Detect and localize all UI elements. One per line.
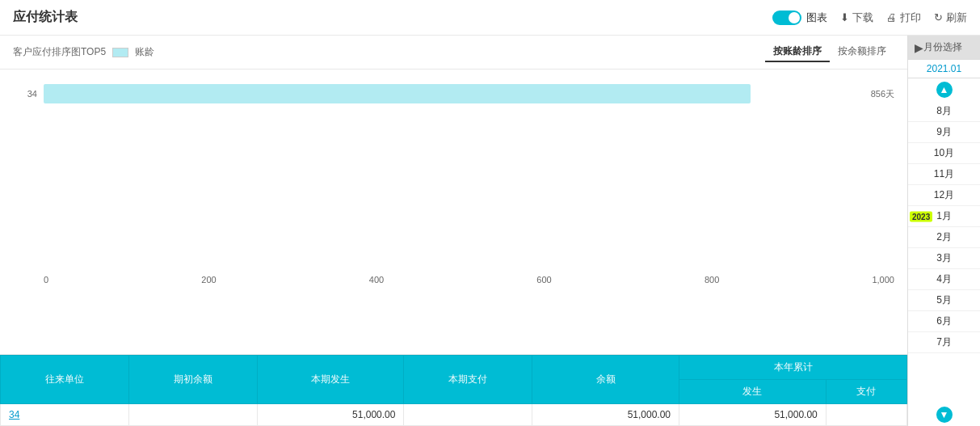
col-unit-header: 往来单位 [1, 356, 129, 404]
sidebar-month-item[interactable]: 7月 [908, 332, 980, 353]
col-current-pay-header: 本期支付 [404, 356, 532, 404]
col-ytd-occur-header: 发生 [679, 380, 826, 404]
header-actions: 图表 ⬇ 下载 🖨 打印 ↻ 刷新 [772, 11, 967, 25]
page-title: 应付统计表 [13, 9, 78, 26]
sidebar-month-item[interactable]: 5月 [908, 290, 980, 311]
sidebar-header[interactable]: ▶ 月份选择 [908, 36, 980, 60]
month-display[interactable]: 2021.01 [908, 60, 980, 78]
bar-track [44, 84, 866, 103]
sidebar-scroll-up-button[interactable]: ▲ [908, 78, 980, 101]
table-section: 往来单位 期初余额 本期发生 本期支付 余额 本年累计 发生 支付 [0, 354, 907, 426]
sidebar-scroll-down-button[interactable]: ▼ [908, 403, 980, 426]
table-body: 34 51,000.00 51,000.00 51,000.00 [1, 404, 907, 426]
cell-ytd-pay [826, 404, 906, 426]
chart-header: 客户应付排序图TOP5 账龄 按账龄排序 按余额排序 [0, 36, 907, 70]
sidebar: ▶ 月份选择 2021.01 ▲ 8月9月10月11月12月20231月2月3月… [907, 36, 980, 426]
month-list: 8月9月10月11月12月20231月2月3月4月5月6月7月 [908, 101, 980, 403]
download-button[interactable]: ⬇ 下载 [840, 11, 873, 25]
table-row: 34 51,000.00 51,000.00 51,000.00 [1, 404, 907, 426]
col-ytd-pay-header: 支付 [826, 380, 906, 404]
down-arrow-icon: ▼ [936, 407, 953, 423]
bar-row-label: 34 [13, 89, 37, 99]
up-arrow-icon: ▲ [936, 82, 953, 98]
col-current-occur-header: 本期发生 [257, 356, 404, 404]
sidebar-month-item[interactable]: 8月 [908, 101, 980, 122]
chart-toggle-label: 图表 [806, 11, 827, 25]
sort-tabs: 按账龄排序 按余额排序 [765, 42, 894, 62]
x-axis-1000: 1,000 [872, 275, 894, 285]
sidebar-month-item[interactable]: 4月 [908, 269, 980, 290]
sidebar-month-item[interactable]: 12月 [908, 185, 980, 206]
cell-current-occur: 51,000.00 [257, 404, 404, 426]
cell-opening [128, 404, 257, 426]
col-ytd-header: 本年累计 [679, 356, 907, 380]
sidebar-month-item[interactable]: 2月 [908, 227, 980, 248]
chart-area: 34 856天 0 200 400 600 800 [0, 70, 907, 354]
chart-inner: 34 856天 0 200 400 600 800 [13, 78, 894, 304]
print-icon: 🖨 [886, 11, 897, 23]
sidebar-month-item[interactable]: 10月 [908, 143, 980, 164]
chart-legend: 客户应付排序图TOP5 账龄 [13, 45, 154, 59]
x-axis: 0 200 400 600 800 1,000 [13, 275, 894, 285]
refresh-icon: ↻ [934, 11, 943, 23]
sidebar-expand-icon: ▶ [915, 41, 923, 54]
download-label: 下载 [852, 11, 873, 25]
sidebar-month-item[interactable]: 6月 [908, 311, 980, 332]
legend-box [112, 48, 128, 57]
print-button[interactable]: 🖨 打印 [886, 11, 921, 25]
bar-end-label: 856天 [871, 88, 894, 100]
sidebar-month-item[interactable]: 20231月 [908, 206, 980, 227]
chart-toggle[interactable] [772, 11, 801, 25]
legend-box-label: 账龄 [135, 45, 154, 59]
refresh-label: 刷新 [946, 11, 967, 25]
cell-unit[interactable]: 34 [1, 404, 129, 426]
bar-row: 34 856天 [13, 78, 894, 110]
cell-current-pay [404, 404, 532, 426]
chart-toggle-container[interactable]: 图表 [772, 11, 827, 25]
sort-tab-age[interactable]: 按账龄排序 [765, 42, 830, 62]
legend-title: 客户应付排序图TOP5 [13, 45, 106, 59]
x-axis-400: 400 [369, 275, 384, 285]
sort-tab-balance[interactable]: 按余额排序 [830, 42, 894, 62]
download-icon: ⬇ [840, 11, 849, 23]
sidebar-month-item[interactable]: 3月 [908, 248, 980, 269]
x-axis-600: 600 [536, 275, 551, 285]
year-badge: 2023 [910, 211, 932, 221]
table-header-row-1: 往来单位 期初余额 本期发生 本期支付 余额 本年累计 [1, 356, 907, 380]
cell-ytd-occur: 51,000.00 [679, 404, 826, 426]
sidebar-month-item[interactable]: 11月 [908, 164, 980, 185]
col-opening-header: 期初余额 [128, 356, 257, 404]
col-balance-header: 余额 [532, 356, 679, 404]
sidebar-header-text: 月份选择 [923, 40, 974, 54]
bar-fill [44, 84, 751, 103]
sidebar-month-item[interactable]: 9月 [908, 122, 980, 143]
cell-balance: 51,000.00 [532, 404, 679, 426]
x-axis-0: 0 [44, 275, 48, 285]
data-table: 往来单位 期初余额 本期发生 本期支付 余额 本年累计 发生 支付 [0, 355, 907, 426]
print-label: 打印 [900, 11, 921, 25]
bar-chart: 34 856天 [13, 78, 894, 272]
refresh-button[interactable]: ↻ 刷新 [934, 11, 967, 25]
x-axis-800: 800 [705, 275, 719, 285]
x-axis-200: 200 [201, 275, 216, 285]
